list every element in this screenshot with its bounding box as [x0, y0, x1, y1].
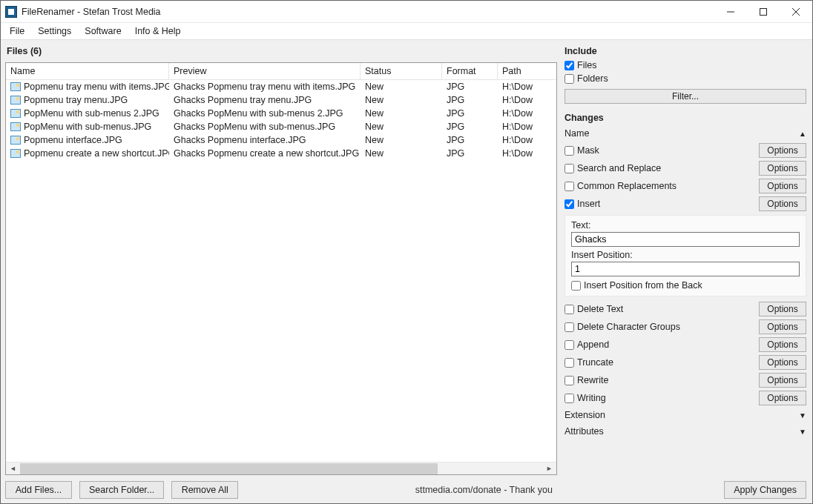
chevron-down-icon: ▼ [799, 411, 806, 420]
horizontal-scrollbar[interactable]: ◄ ► [6, 462, 556, 474]
mask-text: Mask [577, 145, 599, 156]
delete-groups-options-button[interactable]: Options [759, 319, 806, 334]
file-name: Popmenu tray menu.JPG [24, 95, 128, 105]
close-button[interactable] [780, 1, 812, 22]
delete-text-label: Delete Text [577, 304, 623, 314]
cell-format: JPG [442, 81, 498, 93]
col-name[interactable]: Name [6, 63, 169, 79]
file-icon [10, 109, 21, 118]
truncate-checkbox[interactable]: Truncate [565, 357, 759, 368]
cell-path: H:\Dow [498, 107, 535, 119]
search-replace-input[interactable] [565, 164, 574, 173]
truncate-options-button[interactable]: Options [759, 355, 806, 370]
rewrite-checkbox[interactable]: Rewrite [565, 374, 759, 386]
name-section-header[interactable]: Name ▲ [565, 126, 806, 141]
rewrite-options-button[interactable]: Options [759, 373, 806, 388]
mask-input[interactable] [565, 146, 574, 156]
extension-section-header[interactable]: Extension ▼ [565, 408, 806, 422]
search-replace-checkbox[interactable]: Search and Replace [565, 162, 759, 174]
append-checkbox[interactable]: Append [565, 339, 759, 351]
insert-from-back-input[interactable] [571, 281, 581, 291]
col-format[interactable]: Format [442, 63, 498, 79]
files-rows: Popmenu tray menu with items.JPGGhacks P… [6, 80, 556, 462]
chevron-down-icon: ▼ [799, 428, 806, 436]
cell-name: Popmenu create a new shortcut.JPG [6, 147, 169, 159]
common-options-button[interactable]: Options [759, 179, 806, 193]
remove-all-button[interactable]: Remove All [171, 481, 238, 499]
cell-format: JPG [442, 94, 498, 106]
table-row[interactable]: PopMenu with sub-menus 2.JPGGhacks PopMe… [6, 107, 556, 120]
search-replace-options-button[interactable]: Options [759, 161, 806, 176]
mask-options-button[interactable]: Options [759, 143, 806, 158]
file-icon [10, 149, 21, 158]
attributes-section-header[interactable]: Attributes ▼ [565, 424, 806, 439]
scroll-track[interactable] [20, 463, 542, 474]
cell-name: PopMenu with sub-menus.JPG [6, 121, 169, 133]
delete-text-input[interactable] [565, 305, 574, 314]
donate-text: sttmedia.com/donate - Thank you [246, 485, 557, 495]
delete-groups-checkbox[interactable]: Delete Character Groups [565, 321, 759, 333]
window-title: FileRenamer - Stefan Trost Media [22, 7, 714, 17]
col-preview[interactable]: Preview [169, 63, 361, 79]
cell-status: New [361, 134, 442, 146]
include-files-text: Files [577, 60, 596, 70]
table-row[interactable]: Popmenu create a new shortcut.JPGGhacks … [6, 147, 556, 160]
menu-info[interactable]: Info & Help [129, 24, 187, 38]
insert-text-field[interactable] [571, 232, 800, 247]
table-row[interactable]: Popmenu tray menu with items.JPGGhacks P… [6, 80, 556, 93]
include-files-input[interactable] [565, 61, 574, 70]
table-row[interactable]: Popmenu tray menu.JPGGhacks Popmenu tray… [6, 93, 556, 107]
writing-options-button[interactable]: Options [759, 391, 806, 405]
common-replacements-text: Common Replacements [577, 181, 677, 191]
maximize-button[interactable] [747, 1, 780, 22]
insert-position-field[interactable] [571, 262, 800, 276]
insert-checkbox[interactable]: Insert [565, 198, 759, 210]
cell-preview: Ghacks Popmenu interface.JPG [169, 134, 361, 146]
include-folders-text: Folders [577, 73, 608, 84]
include-folders-checkbox[interactable]: Folders [565, 73, 806, 84]
append-options-button[interactable]: Options [759, 337, 806, 352]
col-path[interactable]: Path [498, 63, 535, 79]
common-replacements-checkbox[interactable]: Common Replacements [565, 180, 759, 192]
include-files-checkbox[interactable]: Files [565, 59, 806, 71]
insert-options-button[interactable]: Options [759, 196, 806, 211]
table-row[interactable]: Popmenu interface.JPGGhacks Popmenu inte… [6, 133, 556, 147]
file-name: PopMenu with sub-menus.JPG [24, 122, 151, 132]
cell-path: H:\Dow [498, 147, 535, 159]
rewrite-input[interactable] [565, 376, 574, 385]
menu-software[interactable]: Software [79, 24, 127, 38]
delete-text-options-button[interactable]: Options [759, 302, 806, 316]
delete-groups-input[interactable] [565, 322, 574, 332]
insert-from-back-checkbox[interactable]: Insert Position from the Back [571, 279, 800, 291]
cell-format: JPG [442, 107, 498, 119]
minimize-icon [727, 8, 734, 16]
cell-preview: Ghacks Popmenu tray menu with items.JPG [169, 81, 361, 93]
writing-input[interactable] [565, 394, 574, 403]
add-files-button[interactable]: Add Files... [5, 481, 72, 499]
mask-checkbox[interactable]: Mask [565, 145, 759, 156]
file-name: PopMenu with sub-menus 2.JPG [24, 108, 159, 119]
table-row[interactable]: PopMenu with sub-menus.JPGGhacks PopMenu… [6, 120, 556, 133]
filter-button[interactable]: Filter... [565, 89, 806, 104]
scroll-thumb[interactable] [20, 463, 438, 474]
writing-checkbox[interactable]: Writing [565, 392, 759, 404]
menu-settings[interactable]: Settings [32, 24, 77, 38]
include-label: Include [565, 44, 806, 58]
insert-input[interactable] [565, 199, 574, 209]
menu-file[interactable]: File [4, 24, 30, 38]
search-folder-button[interactable]: Search Folder... [79, 481, 164, 499]
app-icon [5, 6, 17, 18]
scroll-right-icon[interactable]: ► [543, 463, 556, 474]
common-replacements-input[interactable] [565, 182, 574, 191]
files-table[interactable]: Name Preview Status Format Path Popmenu … [5, 62, 557, 475]
include-folders-input[interactable] [565, 74, 574, 84]
col-status[interactable]: Status [361, 63, 442, 79]
cell-preview: Ghacks Popmenu create a new shortcut.JPG [169, 147, 361, 159]
delete-text-checkbox[interactable]: Delete Text [565, 303, 759, 315]
apply-changes-button[interactable]: Apply Changes [724, 481, 806, 499]
append-input[interactable] [565, 340, 574, 350]
scroll-left-icon[interactable]: ◄ [7, 463, 19, 474]
file-icon [10, 136, 21, 145]
minimize-button[interactable] [714, 1, 747, 22]
truncate-input[interactable] [565, 358, 574, 368]
